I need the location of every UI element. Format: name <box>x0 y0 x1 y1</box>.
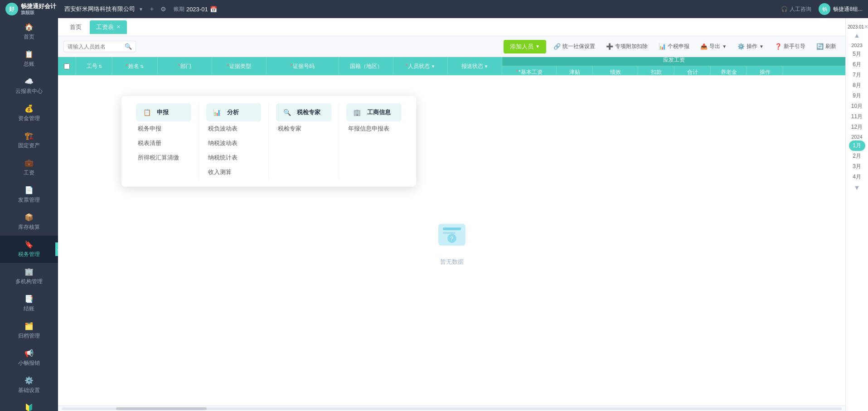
tab-home[interactable]: 首页 <box>63 20 88 34</box>
timeline-month-6[interactable]: 6月 <box>849 59 865 70</box>
guide-action[interactable]: ❓ 新手引导 <box>771 41 809 52</box>
sidebar-label-archive: 归档管理 <box>18 332 40 340</box>
sort-icon[interactable]: ⇅ <box>98 64 102 69</box>
guide-action-icon: ❓ <box>775 43 782 50</box>
user-name: 畅捷通8组... <box>833 5 863 13</box>
th-pension-label: 养老金 <box>721 68 737 76</box>
unified-social-action[interactable]: 🔗 统一社保设置 <box>550 41 599 52</box>
timeline-month-3[interactable]: 3月 <box>849 161 865 172</box>
dp-item-expert[interactable]: 税检专家 <box>276 121 331 136</box>
sidebar-item-tax[interactable]: 🔖 税务管理 ◀ <box>0 236 58 263</box>
special-deduction-label: 专项附加扣除 <box>615 43 648 50</box>
dp-item-income-calc[interactable]: 所得税汇算清缴 <box>136 150 191 165</box>
th-name: * 姓名 ⇅ <box>112 57 158 75</box>
logo-sub: 旗舰版 <box>21 10 56 15</box>
dp-item-tax-stats[interactable]: 纳税统计表 <box>206 150 262 165</box>
timeline-month-4[interactable]: 4月 <box>849 172 865 182</box>
sidebar-item-inventory[interactable]: 📦 库存核算 <box>0 208 58 236</box>
support-button[interactable]: 🎧 人工咨询 <box>781 5 811 13</box>
calendar-icon[interactable]: 📅 <box>210 6 217 13</box>
sidebar-item-guide[interactable]: 🔰 新手引导 <box>0 399 58 411</box>
send-filter-icon[interactable]: ▼ <box>484 64 489 69</box>
th-id-type-label: 证据类型 <box>229 63 251 70</box>
period-label: 账期 <box>174 5 184 13</box>
scroll-bar-thumb[interactable] <box>116 407 207 410</box>
dp-item-tax-burden[interactable]: 税负波动表 <box>206 121 262 136</box>
dp-item-income-estimate[interactable]: 收入测算 <box>206 165 262 179</box>
th-dept-label: 部门 <box>180 63 191 70</box>
timeline-nav-down[interactable]: ▼ <box>852 182 862 193</box>
sidebar-item-multi-org[interactable]: 🏢 多机构管理 <box>0 263 58 290</box>
add-person-button[interactable]: 添加人员 ▼ <box>504 40 546 53</box>
sidebar-item-cloud-report[interactable]: ☁️ 云报表中心 <box>0 73 58 100</box>
sidebar-collapse-btn[interactable]: ◀ <box>55 242 58 256</box>
tax-icon: 🔖 <box>24 240 34 249</box>
sidebar-item-archive[interactable]: 🗂️ 归档管理 <box>0 317 58 344</box>
dp-section-analysis: 📊 分析 税负波动表 纳税波动表 纳税统计表 收入测算 <box>199 103 269 179</box>
company-selector[interactable]: 西安虾米网络科技有限公司 ▼ <box>64 5 143 13</box>
headset-icon: 🎧 <box>781 6 788 12</box>
chevron-down-icon[interactable]: ▼ <box>139 7 143 12</box>
guide-icon: 🔰 <box>24 403 34 411</box>
timeline-nav-up[interactable]: ▲ <box>852 30 862 41</box>
personal-tax-action[interactable]: 📊 个税申报 <box>655 41 693 52</box>
timeline-month-2[interactable]: 2月 <box>849 151 865 161</box>
sidebar-item-marketing[interactable]: 📢 小畅报销 <box>0 344 58 372</box>
dp-section-analysis-header: 📊 分析 <box>206 103 262 121</box>
th-checkbox[interactable] <box>58 57 76 75</box>
timeline-month-9[interactable]: 9月 <box>849 91 865 101</box>
scroll-bar-track[interactable] <box>62 407 842 410</box>
sidebar-item-fund[interactable]: 💰 资金管理 <box>0 100 58 127</box>
export-action[interactable]: 📤 导出 ▼ <box>697 41 730 52</box>
sidebar-item-fixed-assets[interactable]: 🏗️ 固定资产 <box>0 127 58 154</box>
timeline-close-icon[interactable]: ✕ <box>864 24 868 30</box>
th-status: * 人员状态 ▼ <box>393 57 448 75</box>
timeline-month-12[interactable]: 12月 <box>849 122 865 132</box>
special-deduction-action[interactable]: ➕ 专项附加扣除 <box>602 41 651 52</box>
tab-close-icon[interactable]: ✕ <box>116 24 121 30</box>
name-sort-icon[interactable]: ⇅ <box>140 64 144 69</box>
plus-icon[interactable]: ＋ <box>149 5 155 13</box>
timeline-month-7[interactable]: 7月 <box>849 70 865 80</box>
add-person-label: 添加人员 <box>510 43 533 51</box>
dp-item-annual-report[interactable]: 年报信息申报表 <box>346 121 402 136</box>
sidebar-label-multi-org: 多机构管理 <box>15 278 43 285</box>
tab-salary-table[interactable]: 工资表 ✕ <box>90 20 127 34</box>
ops-action[interactable]: ⚙️ 操作 ▼ <box>734 41 767 52</box>
select-all-checkbox[interactable] <box>64 63 70 69</box>
search-input[interactable] <box>68 44 122 50</box>
ops-icon: ⚙️ <box>737 43 745 50</box>
dp-item-tax-report[interactable]: 税务申报 <box>136 121 191 136</box>
empty-icon: ? <box>434 215 470 252</box>
content-area: 首页 工资表 ✕ 🔍 添加人员 ▼ 🔗 统一社保设置 ➕ <box>58 18 845 411</box>
status-filter-icon[interactable]: ▼ <box>431 64 435 69</box>
dp-item-tax-form[interactable]: 税表清册 <box>136 136 191 150</box>
refresh-action[interactable]: 🔄 刷新 <box>813 41 840 52</box>
sidebar-item-home[interactable]: 🏠 首页 <box>0 18 58 45</box>
sidebar-item-invoice[interactable]: 📄 发票管理 <box>0 181 58 208</box>
timeline-header-row: 2023.01 ✕ ⤢ <box>846 22 868 30</box>
home-icon: 🏠 <box>24 23 34 31</box>
sidebar-item-salary[interactable]: 💼 工资 <box>0 154 58 181</box>
timeline-month-11[interactable]: 11月 <box>849 111 865 122</box>
sidebar-item-basic-settings[interactable]: ⚙️ 基础设置 <box>0 372 58 399</box>
timeline-month-1[interactable]: 1月 <box>849 140 865 151</box>
settings-icon[interactable]: ⚙ <box>160 5 166 13</box>
timeline-year-2024: 2024 <box>851 134 862 140</box>
sidebar-label-salary: 工资 <box>24 169 34 177</box>
timeline-year-2023: 2023 <box>851 43 862 48</box>
timeline-month-8[interactable]: 8月 <box>849 80 865 91</box>
sidebar-item-closing[interactable]: 📑 结账 <box>0 290 58 317</box>
sidebar-label-inventory: 库存核算 <box>18 223 40 231</box>
sidebar-item-ledger[interactable]: 📋 总账 <box>0 45 58 73</box>
guide-action-label: 新手引导 <box>784 43 805 50</box>
expert-section-icon: 🔍 <box>281 106 293 119</box>
user-area[interactable]: 畅 畅捷通8组... <box>819 3 863 15</box>
idnum-required-star: * <box>291 63 293 69</box>
report-section-title: 申报 <box>157 108 169 116</box>
personal-tax-label: 个税申报 <box>668 43 689 50</box>
dp-item-tax-payment[interactable]: 纳税波动表 <box>206 136 262 150</box>
timeline-month-10[interactable]: 10月 <box>849 101 865 111</box>
timeline-month-5[interactable]: 5月 <box>849 49 865 59</box>
dp-section-business-header: 🏢 工商信息 <box>346 103 402 121</box>
